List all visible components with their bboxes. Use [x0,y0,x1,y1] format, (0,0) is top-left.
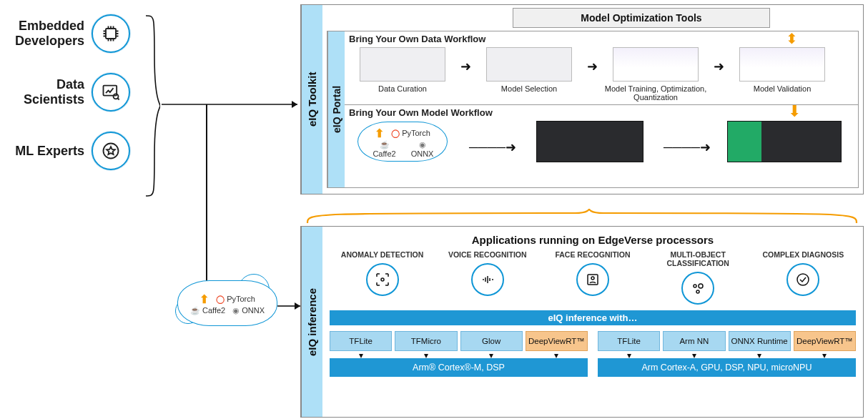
thumb-model-tool [536,121,643,162]
byom-tool-screenshot [529,121,651,162]
arrow-icon: ➜ [460,59,471,74]
tensorflow-icon: ⬆ [199,292,209,306]
right-area: eIQ Toolkit Model Optimization Tools eIQ… [300,4,864,419]
app-label: FACE RECOGNITION [555,250,630,259]
app-multi-object: MULTI-OBJECT CLASSIFICATION [651,250,744,305]
svg-point-7 [694,285,696,287]
chip-icon [92,14,130,53]
face-icon [576,263,609,296]
app-label: MULTI-OBJECT CLASSIFICATION [651,250,744,267]
frameworks-cloud-small: ⬆◯ PyTorch ☕ Caffe2◉ ONNX [357,122,448,162]
rt-deepview-r: DeepViewRT™ [794,331,856,351]
byom-deploy-screenshot [724,121,845,162]
byod-title: Bring Your Own Data Workflow [349,34,854,44]
step-label: Model Validation [754,84,812,93]
rt-armnn: Arm NN [663,331,725,351]
app-voice-recognition: VOICE RECOGNITION [441,250,534,305]
target-cortex-a: Arm Cortex-A, GPU, DSP, NPU, microNPU [598,358,856,377]
app-complex-diagnosis: COMPLEX DIAGNOSIS [756,250,849,305]
badge-star-icon [92,132,130,170]
app-face-recognition: FACE RECOGNITION [546,250,639,305]
portal-tab: eIQ Portal [327,31,345,187]
user-label: ML Experts [6,144,84,159]
app-label: ANOMALY DETECTION [341,250,424,259]
tensorflow-icon: ⬆ [375,127,384,140]
inference-tab: eIQ inference [301,227,322,417]
user-embedded-developers: Embedded Developers [6,14,142,53]
byom-title: Bring Your Own Model Workflow [349,107,854,118]
pytorch-label: PyTorch [402,129,430,137]
caffe2-icon: ☕ [380,140,390,149]
orange-brace-container [300,209,864,226]
inference-panel: eIQ inference Applications running on Ed… [300,226,864,418]
svg-point-8 [699,284,703,288]
svg-rect-0 [106,29,116,39]
thumb-model-validation [739,47,825,82]
branch-line [206,104,207,300]
byod-workflow: ⬍ Bring Your Own Data Workflow Data Cura… [345,31,858,105]
thumb-model-training [613,47,699,82]
byom-workflow: ⬇ Bring Your Own Model Workflow ⬆◯ PyTor… [345,105,858,165]
runtime-row-left: TFLite TFMicro Glow DeepViewRT™ [330,331,588,351]
step-model-selection: Model Selection [475,47,583,93]
frameworks-cloud: ⬆ ◯ PyTorch ☕ Caffe2 ◉ ONNX [177,280,277,326]
app-label: VOICE RECOGNITION [448,250,527,259]
step-label: Data Curation [378,84,427,93]
multi-object-icon [681,272,714,305]
validation-to-byom-arrow: ⬇ [788,102,801,121]
user-ml-experts: ML Experts [6,132,142,170]
step-label: Model Training, Optimization, Quantizati… [602,84,709,102]
user-label: Data Scientists [6,77,84,107]
model-optimization-tools: Model Optimization Tools [513,8,770,28]
onnx-icon: ◉ [419,140,426,149]
thumb-deploy [727,121,842,162]
rt-onnxrt: ONNX Runtime [729,331,791,351]
svg-point-4 [381,278,384,281]
thumb-model-selection [486,47,572,82]
toolkit-panel: eIQ Toolkit Model Optimization Tools eIQ… [300,4,864,194]
step-data-curation: Data Curation [349,47,456,93]
rt-tfmicro: TFMicro [395,331,457,351]
user-label: Embedded Developers [6,19,84,48]
step-label: Model Selection [501,84,557,93]
svg-point-6 [591,277,594,280]
arrow-icon: ────➜ [655,139,719,155]
analytics-icon [92,73,130,112]
onnx-label: ONNX [242,306,265,315]
anomaly-icon [366,263,399,296]
portal-box: eIQ Portal ⬍ Bring Your Own Data Workflo… [327,31,859,188]
arrows-down-left: ▾▾▾▾ [330,353,588,358]
apps-heading: Applications running on EdgeVerse proces… [330,234,856,246]
opt-tools-link-arrow: ⬍ [786,30,798,47]
check-icon [786,263,819,296]
caffe2-icon: ☕ [190,306,202,315]
thumb-data-curation [360,47,445,82]
rt-tflite: TFLite [330,331,392,351]
pytorch-label: PyTorch [227,295,255,303]
caffe2-label: Caffe2 [202,306,225,315]
rt-glow: Glow [460,331,523,351]
users-bracket [144,13,160,199]
caffe2-label: Caffe2 [373,149,395,158]
onnx-label: ONNX [411,149,434,158]
pytorch-icon: ◯ [216,295,227,303]
users-column: Embedded Developers Data Scientists ML E… [6,14,142,170]
voice-icon [471,263,504,296]
user-data-scientists: Data Scientists [6,73,142,112]
arrow-icon: ────➜ [460,139,525,155]
byom-frameworks: ⬆◯ PyTorch ☕ Caffe2◉ ONNX [349,122,456,162]
app-label: COMPLEX DIAGNOSIS [762,250,844,259]
arrow-icon: ➜ [714,59,724,74]
cloud-row2: ☕ Caffe2 ◉ ONNX [190,306,265,315]
rt-tflite-r: TFLite [598,331,660,351]
app-anomaly-detection: ANOMALY DETECTION [336,250,429,305]
pytorch-icon: ◯ [391,129,402,137]
arrow-users-to-toolkit [162,96,305,117]
onnx-icon: ◉ [232,306,242,315]
runtime-row-right: TFLite Arm NN ONNX Runtime DeepViewRT™ [598,331,856,351]
step-model-validation: Model Validation [729,47,836,93]
step-model-training: Model Training, Optimization, Quantizati… [602,47,709,102]
inference-banner: eIQ inference with… [330,310,856,325]
target-cortex-m: Arm® Cortex®-M, DSP [330,358,588,377]
cloud-row1: ⬆ ◯ PyTorch [199,292,255,306]
